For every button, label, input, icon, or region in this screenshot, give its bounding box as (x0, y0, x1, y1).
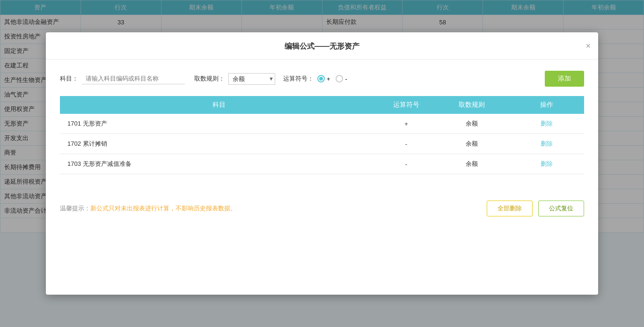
tip-content: 新公式只对未出报表进行计算，不影响历史报表数据。 (90, 205, 236, 212)
formula-subject-cell: 1703 无形资产减值准备 (60, 154, 378, 174)
rule-field: 取数规则： 余额 借方 贷方 借方发生额 贷方发生额 ▼ (194, 73, 274, 85)
modal-title: 编辑公式——无形资产 (285, 42, 359, 50)
modal-close-button[interactable]: × (585, 42, 591, 50)
formula-operator-cell: + (378, 114, 434, 134)
formula-table: 科目 运算符号 取数规则 操作 1701 无形资产 + 余额 删除 1702 累… (60, 96, 584, 174)
delete-link[interactable]: 删除 (541, 160, 553, 167)
plus-label: + (327, 75, 330, 82)
subject-label: 科目： (60, 74, 78, 83)
formula-rule-cell: 余额 (434, 114, 509, 134)
operator-label: 运算符号： (283, 74, 314, 83)
minus-radio-circle (336, 75, 343, 82)
add-button[interactable]: 添加 (545, 71, 584, 87)
plus-radio-circle (317, 75, 325, 82)
subject-field: 科目： (60, 73, 185, 84)
delete-all-button[interactable]: 全部删除 (487, 201, 533, 216)
subject-input[interactable] (82, 73, 185, 84)
modal-overlay: 编辑公式——无形资产 × 科目： 取数规则： 余额 借方 贷方 (0, 0, 644, 327)
rule-select-wrap: 余额 借方 贷方 借方发生额 贷方发生额 ▼ (228, 73, 274, 85)
formula-subject-cell: 1701 无形资产 (60, 114, 378, 134)
modal-header: 编辑公式——无形资产 × (46, 32, 598, 59)
modal-footer: 温馨提示：新公式只对未出报表进行计算，不影响历史报表数据。 全部删除 公式复位 (46, 193, 598, 226)
th-subject: 科目 (60, 96, 378, 114)
rule-select[interactable]: 余额 借方 贷方 借方发生额 贷方发生额 (228, 73, 275, 85)
formula-operator-cell: - (378, 154, 434, 174)
footer-tip: 温馨提示：新公式只对未出报表进行计算，不影响历史报表数据。 (60, 204, 236, 213)
operator-minus-radio[interactable]: - (336, 75, 347, 82)
formula-operator-cell: - (378, 134, 434, 154)
operator-radio-group: + - (317, 75, 347, 82)
th-action: 操作 (509, 96, 584, 114)
delete-link[interactable]: 删除 (541, 120, 553, 127)
formula-subject-cell: 1702 累计摊销 (60, 134, 378, 154)
minus-label: - (345, 75, 347, 82)
formula-form-row: 科目： 取数规则： 余额 借方 贷方 借方发生额 贷方发生额 ▼ (60, 71, 584, 87)
formula-table-row: 1703 无形资产减值准备 - 余额 删除 (60, 154, 584, 174)
table-header-row: 科目 运算符号 取数规则 操作 (60, 96, 584, 114)
formula-action-cell: 删除 (509, 114, 584, 134)
delete-link[interactable]: 删除 (541, 140, 553, 147)
operator-field: 运算符号： + - (283, 74, 347, 83)
th-rule: 取数规则 (434, 96, 509, 114)
reset-formula-button[interactable]: 公式复位 (538, 201, 584, 216)
formula-rule-cell: 余额 (434, 134, 509, 154)
operator-plus-radio[interactable]: + (317, 75, 330, 82)
rule-label: 取数规则： (194, 74, 225, 83)
formula-table-row: 1702 累计摊销 - 余额 删除 (60, 134, 584, 154)
formula-action-cell: 删除 (509, 134, 584, 154)
footer-buttons: 全部删除 公式复位 (487, 201, 584, 216)
formula-rule-cell: 余额 (434, 154, 509, 174)
tip-prefix: 温馨提示： (60, 205, 90, 212)
formula-action-cell: 删除 (509, 154, 584, 174)
modal-body: 科目： 取数规则： 余额 借方 贷方 借方发生额 贷方发生额 ▼ (46, 59, 598, 193)
edit-formula-modal: 编辑公式——无形资产 × 科目： 取数规则： 余额 借方 贷方 (46, 32, 598, 295)
formula-table-row: 1701 无形资产 + 余额 删除 (60, 114, 584, 134)
th-operator: 运算符号 (378, 96, 434, 114)
